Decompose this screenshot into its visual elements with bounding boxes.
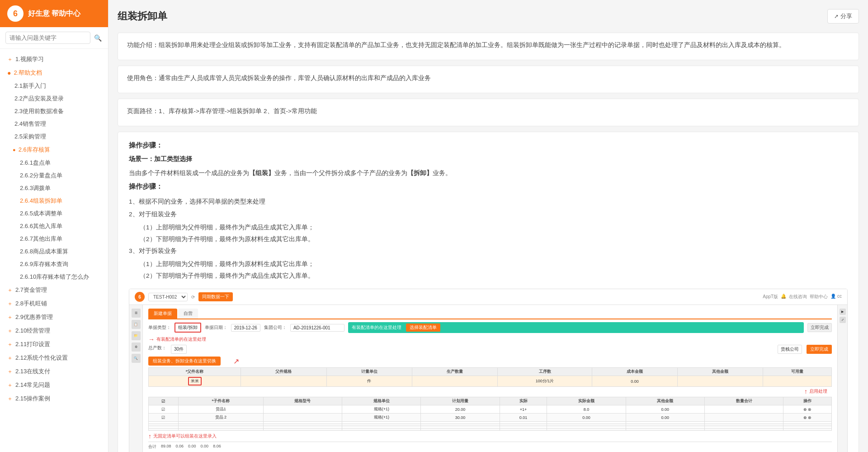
- ops-title: 操作步骤：: [129, 141, 848, 150]
- sim-col-qty: 生产数量: [412, 368, 497, 376]
- sim-company-select[interactable]: TEST-H002: [148, 293, 188, 301]
- sidebar-item-2-6-7[interactable]: 2.6.7其他出库单: [0, 233, 108, 245]
- sim-col-parent-spec: 父件规格: [241, 368, 326, 376]
- sim-col-child-spec: 规格型号: [263, 397, 342, 405]
- sidebar-item-2-12[interactable]: ＋ 2.12系统个性化设置: [0, 351, 108, 365]
- sim-strip-icon-5: 🔍: [132, 354, 141, 363]
- sidebar-item-2-2[interactable]: 2.2产品安装及登录: [0, 92, 108, 105]
- sidebar-item-2-13[interactable]: ＋ 2.13在线支付: [0, 365, 108, 378]
- sim-child-row1-name[interactable]: 货品1: [178, 405, 263, 414]
- sim-section-badge: 组装业务、拆卸业务在这里切换: [148, 357, 221, 366]
- sim-child-row2-actual[interactable]: 0.01: [500, 414, 547, 422]
- sidebar-item-2-11[interactable]: ＋ 2.11打印设置: [0, 338, 108, 351]
- sim-strip-icon-4: ⚙: [132, 343, 141, 352]
- sim-save-btn[interactable]: 立即完成: [807, 323, 832, 332]
- nav-label-2-15: 2.15操作案例: [15, 395, 50, 403]
- sim-field1-label: 单据类型：: [148, 324, 171, 331]
- sidebar-item-2-9[interactable]: ＋ 2.9优惠券管理: [0, 310, 108, 324]
- sim-field3-label: 集团公司：: [264, 324, 287, 331]
- sidebar-item-2-3[interactable]: 2.3使用前数据准备: [0, 105, 108, 118]
- sidebar-item-2-6-4[interactable]: 2.6.4组装拆卸单: [0, 195, 108, 207]
- sim-refresh-icon: ⟳: [191, 295, 195, 300]
- sidebar-item-2-5[interactable]: 2.5采购管理: [0, 130, 108, 143]
- sim-child-row2-total[interactable]: [705, 414, 783, 422]
- sim-top-icons: AppT版 🔔 在线咨询 帮助中心 👤 cc: [763, 294, 842, 300]
- nav-label-2-7: 2.7资金管理: [15, 286, 47, 294]
- sim-col-child-unit: 规格单位: [342, 397, 421, 405]
- sim-child-row1-other-amt[interactable]: 0.00: [626, 405, 704, 414]
- sim-child-row1-op[interactable]: ⊕ ⊗: [783, 405, 832, 414]
- sim-select-bom-btn[interactable]: 选择装配清单: [406, 324, 440, 332]
- sim-tab-self[interactable]: 自营: [178, 309, 198, 319]
- sim-col-child-name: *子件名称: [178, 397, 263, 405]
- sidebar-item-2-6-9[interactable]: 2.6.9库存账本查询: [0, 258, 108, 271]
- sim-parent-spec-cell[interactable]: [241, 376, 326, 387]
- sim-qty-value[interactable]: 30件: [171, 345, 187, 354]
- expand-icon-2-10: ＋: [7, 327, 13, 335]
- sidebar-item-2-6-8[interactable]: 2.6.8商品成本重算: [0, 245, 108, 258]
- sim-child-row1-total[interactable]: [705, 405, 783, 414]
- sidebar-item-2-6-6[interactable]: 2.6.6其他入库单: [0, 220, 108, 233]
- logo-icon: 6: [7, 5, 24, 22]
- sim-child-row1-spec[interactable]: [263, 405, 342, 414]
- sim-tab-new[interactable]: 新建单据: [148, 309, 177, 319]
- search-button[interactable]: 🔍: [93, 33, 103, 43]
- sidebar-item-2-6-1[interactable]: 2.6.1盘点单: [0, 157, 108, 169]
- sidebar-item-2-8[interactable]: ＋ 2.8手机旺铺: [0, 297, 108, 310]
- sim-child-row1-actual[interactable]: +1+: [500, 405, 547, 414]
- sim-parent-other-cell[interactable]: [678, 376, 763, 387]
- sim-child-row1-check[interactable]: ☑: [149, 405, 179, 414]
- func-intro-card: 功能介绍：组装拆卸单用来处理企业组装或拆卸等加工业务，支持有固定装配清单的产品加…: [118, 33, 859, 60]
- sim-qty-label: 总产数：: [148, 345, 166, 354]
- sidebar-item-2-14[interactable]: ＋ 2.14常见问题: [0, 378, 108, 392]
- sidebar-item-1[interactable]: ＋ 1.视频学习: [0, 52, 108, 66]
- sidebar-item-2[interactable]: ● 2.帮助文档: [0, 66, 108, 80]
- sim-field1-value[interactable]: 组装/拆卸: [175, 323, 201, 333]
- sim-field2-value[interactable]: 2019-12-26: [231, 324, 260, 332]
- sidebar-item-2-6-10[interactable]: 2.6.10库存账本错了怎么办: [0, 271, 108, 283]
- sidebar-item-2-7[interactable]: ＋ 2.7资金管理: [0, 283, 108, 297]
- sim-child-row2-check[interactable]: ☑: [149, 414, 179, 422]
- sim-child-row2-spec[interactable]: [263, 414, 342, 422]
- sim-strip-icon-3: 📁: [132, 331, 141, 340]
- sidebar-item-2-6-3[interactable]: 2.6.3调拨单: [0, 182, 108, 195]
- sim-child-row1-actual-amt[interactable]: 8.0: [547, 405, 626, 414]
- sidebar-item-2-1[interactable]: 2.1新手入门: [0, 80, 108, 92]
- share-label: 分享: [840, 12, 852, 20]
- sim-parent-prod-qty-cell[interactable]: [412, 376, 497, 387]
- sim-parent-cost-cell[interactable]: 0.00: [592, 376, 677, 387]
- sim-child-row2-actual-amt[interactable]: 0.00: [547, 414, 626, 422]
- sim-parent-proc-cell[interactable]: 100分/1片: [498, 376, 592, 387]
- sim-child-row2-op[interactable]: ⊕ ⊗: [783, 414, 832, 422]
- sidebar-item-2-6-2[interactable]: 2.6.2分量盘点单: [0, 169, 108, 182]
- search-input[interactable]: [5, 32, 90, 44]
- sim-annotation-no-bom: ↑ 无固定清单可以组装在这里录入: [148, 433, 832, 440]
- share-button[interactable]: ➚ 分享: [827, 9, 859, 24]
- sim-upper-table: *父件名称 父件规格 计量单位 生产数量 工序数 成本金额 其他金额 可用量: [148, 367, 832, 387]
- sim-child-row2-plan[interactable]: 30.00: [421, 414, 500, 422]
- sim-parent-unit-cell[interactable]: 件: [326, 376, 412, 387]
- sim-child-row2-other-amt[interactable]: 0.00: [626, 414, 704, 422]
- sidebar-item-2-10[interactable]: ＋ 2.10经营管理: [0, 324, 108, 338]
- sidebar-item-2-6[interactable]: ● 2.6库存核算: [0, 143, 108, 157]
- nav-label-1: 1.视频学习: [15, 55, 44, 63]
- sidebar-item-2-4[interactable]: 2.4销售管理: [0, 118, 108, 130]
- sim-parent-avail-cell[interactable]: [763, 376, 832, 387]
- sim-warehouse-field[interactable]: 货栈公司: [778, 345, 802, 354]
- main-body: 操作步骤： 场景一：加工类型选择 当由多个子件材料组装成一个成品的业务为【组装】…: [118, 132, 859, 452]
- nav-label-2: 2.帮助文档: [14, 69, 42, 77]
- sim-child-row1-unit[interactable]: 规格(+1): [342, 405, 421, 414]
- sidebar-item-2-6-5[interactable]: 2.6.5成本调整单: [0, 207, 108, 220]
- sim-child-row2-name[interactable]: 货品 2: [178, 414, 263, 422]
- sim-period-btn[interactable]: 同期数据一下: [198, 292, 233, 301]
- sim-logo-icon: 6: [135, 292, 145, 302]
- sim-field3-value[interactable]: AD-20191226-001: [290, 324, 344, 332]
- sim-child-row2-unit[interactable]: 规格(+1): [342, 414, 421, 422]
- expand-icon-2-9: ＋: [7, 314, 13, 321]
- sim-parent-name-cell[interactable]: 米米: [149, 376, 241, 387]
- sim-child-row1-plan[interactable]: 20.00: [421, 405, 500, 414]
- sim-col-proc: 工序数: [498, 368, 592, 376]
- step2: 2、对于组装业务: [129, 209, 848, 220]
- sim-confirm-btn[interactable]: 立即完成: [807, 345, 832, 354]
- sidebar-item-2-15[interactable]: ＋ 2.15操作案例: [0, 392, 108, 405]
